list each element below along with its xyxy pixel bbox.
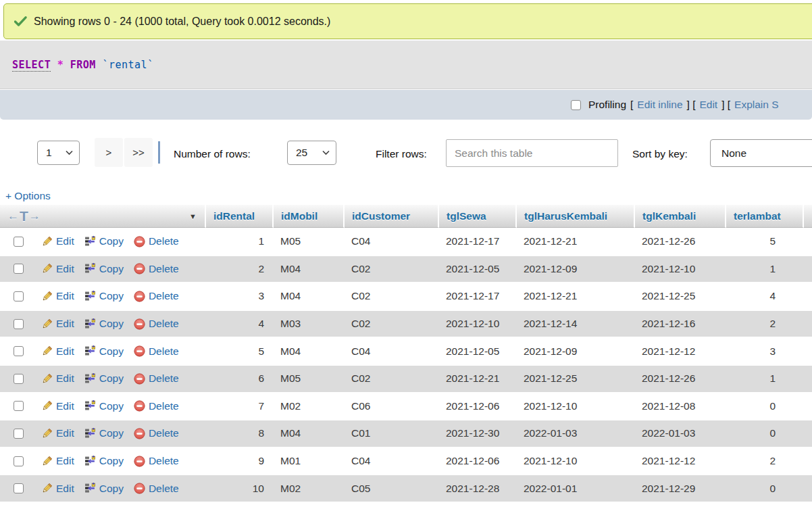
column-resize-controls[interactable]: ← T → — [7, 209, 41, 223]
delete-link[interactable]: Delete — [149, 455, 179, 467]
pencil-icon — [41, 291, 53, 302]
column-t-icon[interactable]: T — [20, 209, 28, 223]
profiling-checkbox[interactable] — [571, 100, 581, 110]
copy-link[interactable]: Copy — [99, 235, 124, 247]
edit-action[interactable]: Edit — [41, 483, 74, 495]
row-checkbox[interactable] — [14, 374, 24, 384]
edit-link[interactable]: Edit — [56, 400, 74, 412]
delete-link[interactable]: Delete — [149, 345, 179, 358]
page-select[interactable]: 1 — [37, 141, 80, 165]
arrow-left-icon[interactable]: ← — [7, 210, 19, 223]
table-search-input[interactable] — [446, 139, 618, 167]
edit-link[interactable]: Edit — [56, 235, 74, 247]
copy-link[interactable]: Copy — [99, 290, 124, 302]
copy-link[interactable]: Copy — [99, 483, 124, 495]
copy-link[interactable]: Copy — [99, 455, 124, 467]
edit-action[interactable]: Edit — [41, 290, 74, 302]
copy-link[interactable]: Copy — [99, 345, 124, 358]
copy-insert-icon — [84, 345, 96, 357]
delete-action[interactable]: Delete — [134, 483, 179, 495]
copy-link[interactable]: Copy — [99, 263, 124, 275]
edit-action[interactable]: Edit — [41, 400, 74, 412]
edit-link[interactable]: Edit — [56, 372, 74, 385]
column-header-tglSewa[interactable]: tglSewa — [439, 205, 517, 228]
actions-dropdown-icon[interactable]: ▼ — [189, 212, 197, 220]
edit-link[interactable]: Edit — [56, 345, 74, 358]
edit-action[interactable]: Edit — [41, 263, 74, 275]
row-checkbox[interactable] — [14, 319, 24, 329]
row-checkbox[interactable] — [14, 456, 24, 466]
row-checkbox[interactable] — [14, 346, 24, 356]
copy-link[interactable]: Copy — [99, 372, 124, 385]
row-checkbox[interactable] — [14, 429, 24, 439]
edit-link[interactable]: Edit — [56, 483, 74, 495]
copy-link[interactable]: Copy — [99, 400, 124, 412]
sort-by-key-select[interactable]: None — [710, 139, 812, 167]
delete-action[interactable]: Delete — [134, 318, 179, 330]
delete-link[interactable]: Delete — [149, 372, 179, 385]
copy-link[interactable]: Copy — [99, 318, 124, 330]
column-header-idCustomer[interactable]: idCustomer — [345, 205, 439, 228]
edit-query-link[interactable]: Edit — [699, 99, 717, 111]
column-header-terlambat[interactable]: terlambat — [726, 205, 804, 228]
column-header-tglHarusKembali[interactable]: tglHarusKembali — [517, 205, 635, 228]
number-of-rows-select[interactable]: 25 — [287, 141, 336, 165]
copy-action[interactable]: Copy — [84, 455, 124, 467]
edit-action[interactable]: Edit — [41, 455, 74, 467]
explain-sql-link[interactable]: Explain S — [734, 99, 778, 111]
delete-link[interactable]: Delete — [149, 263, 179, 275]
edit-inline-link[interactable]: Edit inline — [637, 99, 682, 111]
table-row: Edit Copy — [0, 393, 812, 420]
pencil-icon — [41, 373, 53, 385]
edit-action[interactable]: Edit — [41, 235, 74, 247]
row-checkbox[interactable] — [14, 483, 24, 493]
delete-action[interactable]: Delete — [134, 400, 179, 412]
delete-action[interactable]: Delete — [134, 290, 179, 302]
delete-action[interactable]: Delete — [134, 372, 179, 385]
column-header-tglKembali[interactable]: tglKembali — [635, 205, 726, 228]
last-page-button[interactable]: >> — [124, 138, 153, 167]
delete-action[interactable]: Delete — [134, 235, 179, 247]
edit-link[interactable]: Edit — [56, 455, 74, 467]
copy-action[interactable]: Copy — [84, 345, 124, 358]
edit-action[interactable]: Edit — [41, 318, 74, 330]
delete-link[interactable]: Delete — [149, 400, 179, 412]
arrow-right-icon[interactable]: → — [29, 210, 41, 223]
copy-action[interactable]: Copy — [84, 318, 124, 330]
options-toggle-link[interactable]: + Options — [5, 190, 51, 202]
delete-link[interactable]: Delete — [149, 290, 179, 302]
copy-action[interactable]: Copy — [84, 372, 124, 385]
edit-link[interactable]: Edit — [56, 290, 74, 302]
delete-link[interactable]: Delete — [149, 427, 179, 439]
column-header-idRental[interactable]: idRental — [206, 205, 274, 228]
edit-action[interactable]: Edit — [41, 427, 74, 439]
row-checkbox[interactable] — [14, 237, 24, 247]
row-checkbox[interactable] — [14, 264, 24, 274]
delete-action[interactable]: Delete — [134, 427, 179, 439]
copy-action[interactable]: Copy — [84, 235, 124, 247]
copy-link[interactable]: Copy — [99, 427, 124, 439]
edit-link[interactable]: Edit — [56, 263, 74, 275]
delete-link[interactable]: Delete — [149, 318, 179, 330]
delete-action[interactable]: Delete — [134, 345, 179, 358]
copy-action[interactable]: Copy — [84, 427, 124, 439]
edit-link[interactable]: Edit — [56, 318, 74, 330]
delete-link[interactable]: Delete — [149, 235, 179, 247]
delete-link[interactable]: Delete — [149, 483, 179, 495]
delete-action[interactable]: Delete — [134, 455, 179, 467]
edit-action[interactable]: Edit — [41, 372, 74, 385]
edit-action[interactable]: Edit — [41, 345, 74, 358]
copy-action[interactable]: Copy — [84, 400, 124, 412]
row-checkbox[interactable] — [14, 291, 24, 301]
next-page-button[interactable]: > — [95, 138, 123, 167]
copy-action[interactable]: Copy — [84, 263, 124, 275]
delete-action[interactable]: Delete — [134, 263, 179, 275]
column-header-idMobil[interactable]: idMobil — [274, 205, 345, 228]
sql-keyword-select[interactable]: SELECT — [12, 59, 51, 72]
copy-action[interactable]: Copy — [84, 483, 124, 495]
row-actions-cell: Edit Copy — [0, 228, 206, 256]
copy-action[interactable]: Copy — [84, 290, 124, 302]
edit-link[interactable]: Edit — [56, 427, 74, 439]
cell-idMobil: M04 — [274, 337, 345, 365]
row-checkbox[interactable] — [14, 401, 24, 411]
